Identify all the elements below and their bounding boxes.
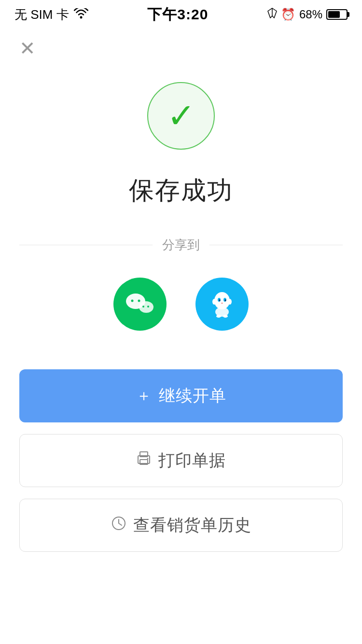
svg-point-4 <box>138 300 140 302</box>
wifi-icon <box>74 7 88 22</box>
printer-icon <box>136 451 152 470</box>
close-icon: ✕ <box>19 39 36 58</box>
history-label: 查看销货单历史 <box>133 514 251 536</box>
success-icon-circle: ✓ <box>147 82 215 150</box>
print-button[interactable]: 打印单据 <box>19 434 343 487</box>
svg-point-0 <box>80 16 82 18</box>
clock-icon <box>111 516 126 535</box>
continue-order-label: 继续开单 <box>159 385 226 407</box>
svg-point-12 <box>219 299 221 301</box>
no-sim-text: 无 SIM 卡 <box>14 6 69 23</box>
status-bar: 无 SIM 卡 下午3:20 ⏰ 68% <box>0 0 362 29</box>
divider-line-right <box>209 245 343 245</box>
battery-percent: 68% <box>299 8 322 21</box>
success-title: 保存成功 <box>129 174 233 208</box>
svg-point-3 <box>131 300 134 302</box>
status-right: ⏰ 68% <box>267 8 348 21</box>
checkmark-icon: ✓ <box>167 99 195 133</box>
plus-icon: ＋ <box>136 385 152 406</box>
main-content: ✕ ✓ 保存成功 分享到 <box>0 29 362 581</box>
action-buttons: ＋ 继续开单 打印单据 查看销货单历史 <box>19 369 343 552</box>
close-button[interactable]: ✕ <box>19 39 343 58</box>
svg-point-17 <box>223 315 228 318</box>
alarm-icon: ⏰ <box>281 8 295 21</box>
wechat-icon <box>125 292 155 317</box>
svg-point-21 <box>147 458 149 460</box>
status-left: 无 SIM 卡 <box>14 6 88 23</box>
share-icons <box>113 278 249 331</box>
continue-order-button[interactable]: ＋ 继续开单 <box>19 369 343 422</box>
qq-share-button[interactable] <box>195 278 249 331</box>
history-button[interactable]: 查看销货单历史 <box>19 499 343 552</box>
battery-icon <box>326 9 348 20</box>
qq-icon <box>210 290 234 318</box>
svg-point-2 <box>139 301 153 313</box>
svg-point-7 <box>214 292 230 309</box>
svg-point-14 <box>221 303 223 304</box>
svg-point-8 <box>212 299 216 305</box>
location-icon <box>267 8 277 21</box>
divider-line-left <box>19 245 153 245</box>
svg-point-13 <box>225 299 226 301</box>
share-divider: 分享到 <box>19 237 343 253</box>
status-time: 下午3:20 <box>147 5 208 25</box>
svg-point-6 <box>147 306 149 308</box>
svg-point-16 <box>216 315 221 318</box>
svg-point-5 <box>142 306 144 308</box>
svg-point-9 <box>228 299 232 305</box>
share-label: 分享到 <box>162 237 200 253</box>
print-label: 打印单据 <box>158 449 226 472</box>
wechat-share-button[interactable] <box>113 278 167 331</box>
